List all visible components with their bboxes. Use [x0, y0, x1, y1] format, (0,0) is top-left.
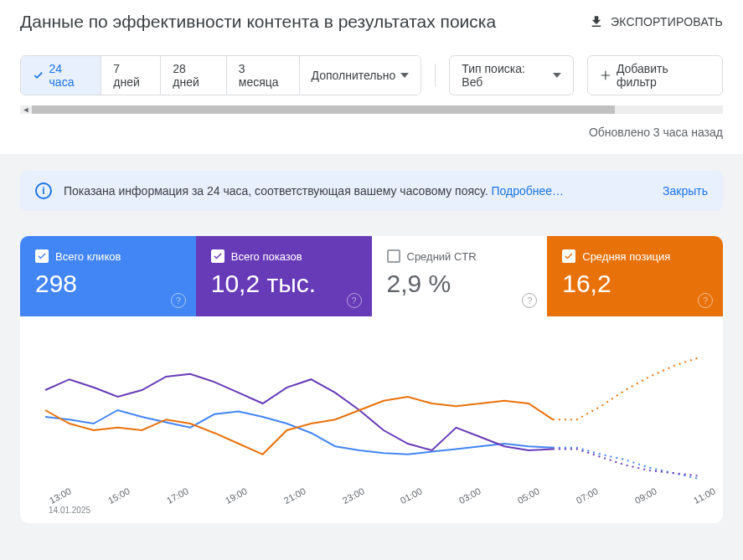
info-banner: i Показана информация за 24 часа, соотве… — [20, 171, 723, 211]
scroll-thumb[interactable] — [32, 105, 615, 114]
caret-down-icon — [553, 71, 561, 80]
updated-text: Обновлено 3 часа назад — [0, 119, 743, 154]
metric-value: 2,9 % — [387, 270, 533, 298]
page-title: Данные по эффективности контента в резул… — [20, 12, 496, 32]
export-label: ЭКСПОРТИРОВАТЬ — [611, 15, 723, 28]
banner-learn-more-link[interactable]: Подробнее… — [491, 184, 564, 198]
x-tick: 23:00 — [338, 488, 353, 506]
plus-icon — [600, 69, 611, 81]
banner-close-button[interactable]: Закрыть — [663, 184, 708, 198]
x-axis-date: 14.01.2025 — [37, 506, 706, 515]
help-icon[interactable]: ? — [522, 293, 537, 308]
date-range-more[interactable]: Дополнительно — [300, 56, 421, 95]
x-tick: 07:00 — [572, 488, 586, 506]
x-tick: 15:00 — [104, 488, 118, 506]
checkbox-checked-icon — [562, 249, 575, 263]
metric-position[interactable]: Средняя позиция 16,2 ? — [547, 236, 723, 316]
metric-clicks[interactable]: Всего кликов 298 ? — [20, 236, 196, 316]
seg-label: Дополнительно — [312, 69, 396, 82]
x-tick: 01:00 — [396, 488, 410, 506]
search-type-label: Тип поиска: Веб — [462, 62, 548, 89]
date-range-24h[interactable]: 24 часа — [21, 56, 101, 95]
date-range-7d[interactable]: 7 дней — [101, 56, 161, 95]
metric-impressions[interactable]: Всего показов 10,2 тыс. ? — [196, 236, 372, 316]
horizontal-scrollbar[interactable]: ◄ — [0, 105, 743, 119]
add-filter-button[interactable]: Добавить фильтр — [587, 55, 723, 95]
metric-label: Всего показов — [231, 250, 302, 263]
seg-label: 7 дней — [113, 62, 148, 89]
banner-text-wrap: Показана информация за 24 часа, соответс… — [64, 184, 564, 198]
scroll-left-arrow[interactable]: ◄ — [20, 105, 32, 114]
x-tick: 11:00 — [689, 488, 704, 506]
search-type-filter[interactable]: Тип поиска: Веб — [449, 55, 574, 95]
date-range-3m[interactable]: 3 месяца — [227, 56, 300, 95]
metric-label: Средняя позиция — [582, 250, 670, 263]
download-icon — [589, 14, 604, 29]
help-icon[interactable]: ? — [698, 293, 713, 308]
x-tick: 03:00 — [455, 488, 469, 506]
metric-value: 16,2 — [562, 270, 708, 298]
checkbox-checked-icon — [35, 249, 49, 263]
metric-ctr[interactable]: Средний CTR 2,9 % ? — [372, 236, 548, 316]
seg-label: 24 часа — [49, 62, 90, 89]
metric-value: 10,2 тыс. — [211, 270, 357, 298]
seg-label: 3 месяца — [239, 62, 287, 89]
x-tick: 17:00 — [163, 488, 177, 506]
add-filter-label: Добавить фильтр — [617, 62, 710, 89]
x-tick: 21:00 — [280, 488, 294, 506]
metric-value: 298 — [35, 270, 181, 298]
x-tick: 05:00 — [513, 488, 528, 506]
help-icon[interactable]: ? — [347, 293, 362, 308]
checkbox-checked-icon — [211, 249, 224, 263]
page-header: Данные по эффективности контента в резул… — [0, 0, 743, 45]
performance-card: Всего кликов 298 ? Всего показов 10,2 ты… — [20, 236, 723, 523]
check-icon — [33, 69, 44, 81]
x-tick: 19:00 — [221, 488, 235, 506]
divider — [435, 64, 436, 87]
caret-down-icon — [400, 71, 409, 80]
metric-row: Всего кликов 298 ? Всего показов 10,2 ты… — [20, 236, 723, 316]
date-range-28d[interactable]: 28 дней — [161, 56, 227, 95]
export-button[interactable]: ЭКСПОРТИРОВАТЬ — [589, 14, 723, 29]
chart-area: 13:0015:0017:0019:0021:0023:0001:0003:00… — [20, 316, 723, 523]
metric-label: Средний CTR — [407, 250, 477, 263]
x-tick: 13:00 — [45, 488, 59, 506]
x-tick: 09:00 — [631, 488, 645, 506]
filters-row: 24 часа 7 дней 28 дней 3 месяца Дополнит… — [0, 45, 743, 105]
date-range-segmented: 24 часа 7 дней 28 дней 3 месяца Дополнит… — [20, 55, 421, 95]
metric-label: Всего кликов — [55, 250, 121, 263]
checkbox-unchecked-icon — [387, 249, 400, 263]
seg-label: 28 дней — [173, 62, 214, 89]
help-icon[interactable]: ? — [171, 293, 186, 308]
banner-text: Показана информация за 24 часа, соответс… — [64, 184, 488, 198]
line-chart — [37, 342, 706, 492]
info-icon: i — [35, 182, 52, 199]
